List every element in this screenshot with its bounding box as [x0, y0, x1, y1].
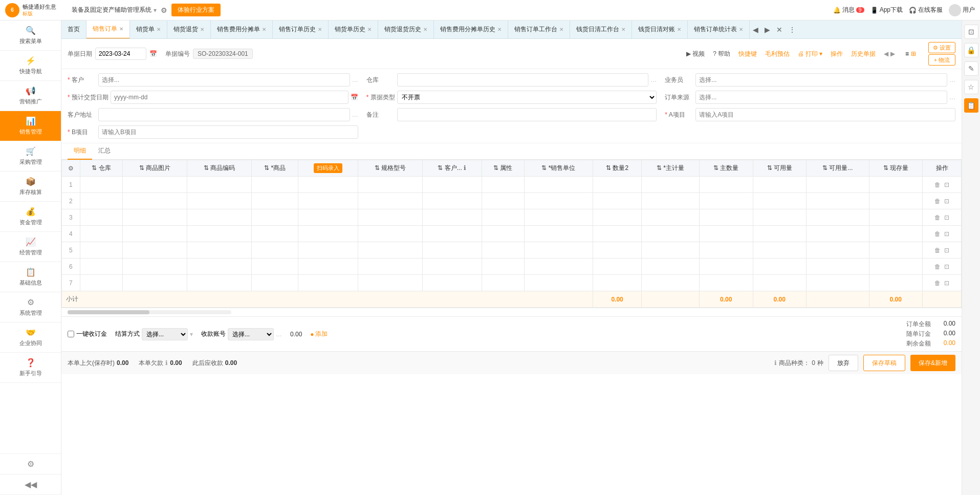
sort-icon8[interactable]: ⇅ — [541, 164, 547, 171]
row-copy-icon-2[interactable]: ⊡ — [944, 198, 949, 205]
sidebar-item-purchase[interactable]: 🛒 采购管理 — [0, 141, 61, 171]
tab-return-history[interactable]: 销货退货历史 ✕ — [378, 20, 434, 39]
tab-workbench[interactable]: 销售订单工作台 ✕ — [508, 20, 570, 39]
sort-icon12[interactable]: ⇅ — [767, 164, 772, 171]
customer-address-input[interactable] — [98, 108, 350, 121]
nav-prev-icon[interactable]: ◀ — [884, 50, 888, 57]
tab-home[interactable]: 首页 — [61, 20, 86, 39]
order-source-input[interactable] — [695, 91, 947, 104]
sidebar-item-marketing[interactable]: 📢 营销推广 — [0, 81, 61, 111]
sort-icon2[interactable]: ⇅ — [139, 164, 144, 171]
tab-sales-order-history[interactable]: 销售订单历史 ✕ — [273, 20, 329, 39]
sidebar-bottom-settings[interactable]: ⚙ — [0, 454, 61, 475]
sidebar-item-finance[interactable]: 💰 资金管理 — [0, 202, 61, 232]
sort-icon3[interactable]: ⇅ — [204, 164, 209, 171]
settings-panel-btn[interactable]: ⚙ 设置 — [928, 42, 955, 53]
industry-btn[interactable]: 体验行业方案 — [171, 4, 221, 16]
address-dots-icon[interactable]: … — [352, 111, 358, 118]
print-dropdown-icon[interactable]: ▾ — [819, 50, 822, 57]
tab-return-history-close[interactable]: ✕ — [423, 27, 427, 32]
product-count-icon[interactable]: ℹ — [774, 359, 777, 367]
delivery-calendar-icon[interactable]: 📅 — [351, 94, 358, 101]
online-service-item[interactable]: 🎧 在线客服 — [909, 6, 943, 14]
account-select[interactable]: 选择... — [228, 328, 274, 340]
row-copy-icon-6[interactable]: ⊡ — [944, 263, 949, 270]
customer-dots-icon[interactable]: … — [352, 76, 358, 83]
row-delete-icon-7[interactable]: 🗑 — [934, 279, 941, 287]
view-video-btn[interactable]: ▶ 视频 — [686, 50, 705, 58]
staff-dots-icon[interactable]: … — [949, 76, 955, 83]
row-copy-icon-1[interactable]: ⊡ — [944, 181, 949, 188]
one-click-checkbox[interactable] — [68, 331, 74, 337]
nav-next-icon[interactable]: ▶ — [890, 50, 895, 57]
row-copy-icon-4[interactable]: ⊡ — [944, 230, 949, 238]
delivery-date-input[interactable] — [111, 91, 349, 104]
row-delete-icon-3[interactable]: 🗑 — [934, 214, 941, 221]
tab-reconcile-close[interactable]: ✕ — [677, 27, 681, 32]
tab-expense-history[interactable]: 销售费用分摊单历史 ✕ — [434, 20, 508, 39]
sidebar-item-inventory[interactable]: 📦 库存核算 — [0, 171, 61, 202]
notification-item[interactable]: 🔔 消息 9 — [833, 6, 864, 14]
add-logistics-btn[interactable]: + 物流 — [928, 54, 955, 66]
account-dots-icon[interactable]: … — [276, 331, 282, 338]
tab-workbench-close[interactable]: ✕ — [559, 27, 563, 32]
sort-icon9[interactable]: ⇅ — [606, 164, 611, 171]
tab-summary[interactable]: 汇总 — [92, 143, 117, 160]
a-project-input[interactable] — [695, 108, 955, 121]
sidebar-item-search[interactable]: 🔍 搜索菜单 — [0, 20, 61, 51]
column-settings-icon[interactable]: ⚙ — [68, 165, 74, 172]
tab-expense-close[interactable]: ✕ — [262, 27, 266, 32]
tab-daily-workbench-close[interactable]: ✕ — [621, 27, 625, 32]
sort-icon7[interactable]: ⇅ — [493, 164, 498, 171]
tab-close-all-btn[interactable]: ✕ — [773, 26, 786, 34]
warehouse-dots-icon[interactable]: … — [650, 76, 657, 83]
rp-icon-3[interactable]: ✎ — [964, 61, 978, 76]
payment-dropdown-icon[interactable]: ▾ — [190, 331, 193, 338]
tab-invoice-history-close[interactable]: ✕ — [367, 27, 372, 32]
grid-view-icon[interactable]: ⊞ — [911, 50, 916, 57]
b-project-input[interactable] — [98, 125, 358, 139]
save-draft-btn[interactable]: 保存草稿 — [863, 355, 905, 371]
sort-icon11[interactable]: ⇅ — [713, 164, 718, 171]
tab-reconcile[interactable]: 钱货日清对账 ✕ — [632, 20, 688, 39]
sort-icon14[interactable]: ⇅ — [883, 164, 888, 171]
tab-return-close[interactable]: ✕ — [200, 27, 204, 32]
shortcut-btn[interactable]: 快捷键 — [738, 50, 757, 58]
sort-icon10[interactable]: ⇅ — [657, 164, 662, 171]
user-item[interactable]: 用户 — [949, 4, 975, 16]
rp-icon-4[interactable]: ☆ — [964, 80, 978, 94]
notes-input[interactable] — [397, 108, 657, 121]
profit-btn[interactable]: 毛利预估 — [765, 50, 790, 58]
app-download-item[interactable]: 📱 App下载 — [870, 6, 903, 14]
tab-sales-invoice[interactable]: 销货单 ✕ — [130, 20, 167, 39]
tab-daily-workbench[interactable]: 钱货日清工作台 ✕ — [570, 20, 632, 39]
tab-sales-order-close[interactable]: ✕ — [119, 26, 123, 32]
tab-detail[interactable]: 明细 — [68, 143, 92, 160]
row-delete-icon-6[interactable]: 🗑 — [934, 263, 941, 270]
calendar-icon[interactable]: 📅 — [149, 50, 157, 57]
sidebar-item-sales[interactable]: 📊 销售管理 — [0, 111, 61, 141]
tab-invoice-history[interactable]: 销货单历史 ✕ — [329, 20, 378, 39]
help-btn[interactable]: ? 帮助 — [713, 50, 730, 58]
sort-icon4[interactable]: ⇅ — [264, 164, 269, 171]
history-btn[interactable]: 历史单据 — [851, 50, 876, 58]
sort-icon6[interactable]: ⇅ — [438, 164, 443, 171]
save-new-btn[interactable]: 保存&新增 — [910, 355, 955, 371]
order-source-dots-icon[interactable]: … — [949, 94, 955, 101]
sort-icon[interactable]: ⇅ — [92, 164, 97, 171]
tab-next-btn[interactable]: ▶ — [761, 26, 773, 34]
tab-sales-order[interactable]: 销售订单 ✕ — [86, 20, 130, 39]
customer-input[interactable] — [98, 73, 350, 87]
scroll-thumb[interactable] — [68, 310, 149, 314]
sidebar-item-basic-info[interactable]: 📋 基础信息 — [0, 262, 61, 292]
tab-expense-history-close[interactable]: ✕ — [497, 27, 502, 32]
horizontal-scrollbar[interactable] — [68, 310, 231, 314]
rp-icon-2[interactable]: 🔒 — [964, 43, 978, 57]
sidebar-item-system[interactable]: ⚙ 系统管理 — [0, 292, 61, 322]
staff-input[interactable] — [695, 73, 947, 87]
tab-prev-btn[interactable]: ◀ — [750, 26, 761, 34]
row-delete-icon-2[interactable]: 🗑 — [934, 198, 941, 205]
sidebar-item-collaboration[interactable]: 🤝 企业协同 — [0, 322, 61, 353]
rp-icon-1[interactable]: ⊡ — [964, 25, 978, 39]
add-deposit-btn[interactable]: ● 添加 — [310, 330, 327, 338]
